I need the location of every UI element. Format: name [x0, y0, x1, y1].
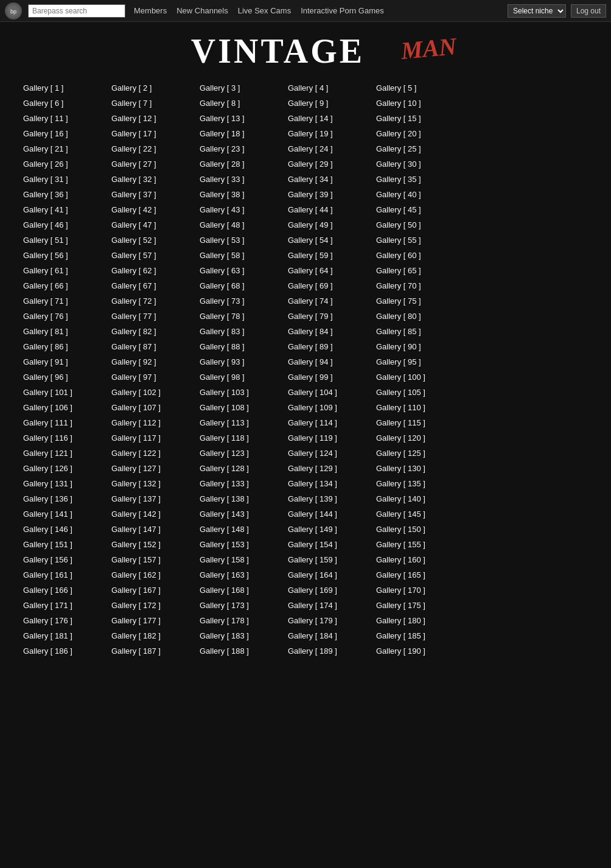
gallery-link[interactable]: Gallery [ 99 ] — [283, 370, 371, 384]
gallery-link[interactable]: Gallery [ 152 ] — [106, 537, 195, 551]
gallery-link[interactable]: Gallery [ 182 ] — [106, 629, 195, 643]
gallery-link[interactable]: Gallery [ 19 ] — [283, 127, 371, 141]
gallery-link[interactable]: Gallery [ 157 ] — [106, 553, 195, 567]
gallery-link[interactable]: Gallery [ 78 ] — [195, 309, 283, 323]
gallery-link[interactable]: Gallery [ 183 ] — [195, 629, 283, 643]
gallery-link[interactable]: Gallery [ 69 ] — [283, 279, 371, 293]
gallery-link[interactable]: Gallery [ 47 ] — [106, 218, 195, 232]
gallery-link[interactable]: Gallery [ 14 ] — [283, 111, 371, 125]
gallery-link[interactable]: Gallery [ 120 ] — [371, 431, 432, 445]
members-link[interactable]: Members — [134, 6, 167, 15]
gallery-link[interactable]: Gallery [ 107 ] — [106, 401, 195, 415]
gallery-link[interactable]: Gallery [ 93 ] — [195, 355, 283, 369]
gallery-link[interactable]: Gallery [ 119 ] — [283, 431, 371, 445]
gallery-link[interactable]: Gallery [ 159 ] — [283, 553, 371, 567]
gallery-link[interactable]: Gallery [ 91 ] — [18, 355, 106, 369]
gallery-link[interactable]: Gallery [ 145 ] — [371, 507, 432, 521]
gallery-link[interactable]: Gallery [ 29 ] — [283, 157, 371, 171]
gallery-link[interactable]: Gallery [ 89 ] — [283, 340, 371, 354]
gallery-link[interactable]: Gallery [ 129 ] — [283, 461, 371, 475]
gallery-link[interactable]: Gallery [ 53 ] — [195, 233, 283, 247]
gallery-link[interactable]: Gallery [ 28 ] — [195, 157, 283, 171]
gallery-link[interactable]: Gallery [ 177 ] — [106, 614, 195, 628]
gallery-link[interactable]: Gallery [ 58 ] — [195, 248, 283, 262]
gallery-link[interactable]: Gallery [ 26 ] — [18, 157, 106, 171]
gallery-link[interactable]: Gallery [ 133 ] — [195, 477, 283, 491]
gallery-link[interactable]: Gallery [ 121 ] — [18, 446, 106, 460]
gallery-link[interactable]: Gallery [ 32 ] — [106, 172, 195, 186]
gallery-link[interactable]: Gallery [ 49 ] — [283, 218, 371, 232]
gallery-link[interactable]: Gallery [ 22 ] — [106, 142, 195, 156]
gallery-link[interactable]: Gallery [ 136 ] — [18, 492, 106, 506]
gallery-link[interactable]: Gallery [ 168 ] — [195, 583, 283, 597]
gallery-link[interactable]: Gallery [ 173 ] — [195, 598, 283, 612]
gallery-link[interactable]: Gallery [ 174 ] — [283, 598, 371, 612]
gallery-link[interactable]: Gallery [ 172 ] — [106, 598, 195, 612]
gallery-link[interactable]: Gallery [ 179 ] — [283, 614, 371, 628]
gallery-link[interactable]: Gallery [ 62 ] — [106, 264, 195, 278]
gallery-link[interactable]: Gallery [ 25 ] — [371, 142, 432, 156]
gallery-link[interactable]: Gallery [ 83 ] — [195, 324, 283, 338]
gallery-link[interactable]: Gallery [ 100 ] — [371, 370, 432, 384]
gallery-link[interactable]: Gallery [ 57 ] — [106, 248, 195, 262]
gallery-link[interactable]: Gallery [ 113 ] — [195, 416, 283, 430]
gallery-link[interactable]: Gallery [ 35 ] — [371, 172, 432, 186]
gallery-link[interactable]: Gallery [ 181 ] — [18, 629, 106, 643]
gallery-link[interactable]: Gallery [ 144 ] — [283, 507, 371, 521]
gallery-link[interactable]: Gallery [ 108 ] — [195, 401, 283, 415]
gallery-link[interactable]: Gallery [ 44 ] — [283, 203, 371, 217]
gallery-link[interactable]: Gallery [ 21 ] — [18, 142, 106, 156]
gallery-link[interactable]: Gallery [ 117 ] — [106, 431, 195, 445]
gallery-link[interactable]: Gallery [ 82 ] — [106, 324, 195, 338]
gallery-link[interactable]: Gallery [ 143 ] — [195, 507, 283, 521]
logout-button[interactable]: Log out — [571, 4, 606, 18]
gallery-link[interactable]: Gallery [ 104 ] — [283, 385, 371, 399]
gallery-link[interactable]: Gallery [ 77 ] — [106, 309, 195, 323]
gallery-link[interactable]: Gallery [ 11 ] — [18, 111, 106, 125]
gallery-link[interactable]: Gallery [ 166 ] — [18, 583, 106, 597]
gallery-link[interactable]: Gallery [ 147 ] — [106, 522, 195, 536]
gallery-link[interactable]: Gallery [ 106 ] — [18, 401, 106, 415]
gallery-link[interactable]: Gallery [ 71 ] — [18, 294, 106, 308]
gallery-link[interactable]: Gallery [ 165 ] — [371, 568, 432, 582]
gallery-link[interactable]: Gallery [ 73 ] — [195, 294, 283, 308]
gallery-link[interactable]: Gallery [ 84 ] — [283, 324, 371, 338]
gallery-link[interactable]: Gallery [ 116 ] — [18, 431, 106, 445]
gallery-link[interactable]: Gallery [ 95 ] — [371, 355, 432, 369]
gallery-link[interactable]: Gallery [ 122 ] — [106, 446, 195, 460]
gallery-link[interactable]: Gallery [ 92 ] — [106, 355, 195, 369]
gallery-link[interactable]: Gallery [ 139 ] — [283, 492, 371, 506]
gallery-link[interactable]: Gallery [ 66 ] — [18, 279, 106, 293]
gallery-link[interactable]: Gallery [ 9 ] — [283, 96, 371, 110]
gallery-link[interactable]: Gallery [ 30 ] — [371, 157, 432, 171]
gallery-link[interactable]: Gallery [ 12 ] — [106, 111, 195, 125]
gallery-link[interactable]: Gallery [ 85 ] — [371, 324, 432, 338]
gallery-link[interactable]: Gallery [ 171 ] — [18, 598, 106, 612]
gallery-link[interactable]: Gallery [ 167 ] — [106, 583, 195, 597]
gallery-link[interactable]: Gallery [ 161 ] — [18, 568, 106, 582]
niche-select[interactable]: Select niche — [508, 4, 566, 18]
gallery-link[interactable]: Gallery [ 105 ] — [371, 385, 432, 399]
gallery-link[interactable]: Gallery [ 169 ] — [283, 583, 371, 597]
gallery-link[interactable]: Gallery [ 127 ] — [106, 461, 195, 475]
gallery-link[interactable]: Gallery [ 51 ] — [18, 233, 106, 247]
gallery-link[interactable]: Gallery [ 175 ] — [371, 598, 432, 612]
gallery-link[interactable]: Gallery [ 148 ] — [195, 522, 283, 536]
gallery-link[interactable]: Gallery [ 52 ] — [106, 233, 195, 247]
gallery-link[interactable]: Gallery [ 109 ] — [283, 401, 371, 415]
gallery-link[interactable]: Gallery [ 27 ] — [106, 157, 195, 171]
gallery-link[interactable]: Gallery [ 114 ] — [283, 416, 371, 430]
live-sex-cams-link[interactable]: Live Sex Cams — [238, 6, 291, 15]
gallery-link[interactable]: Gallery [ 134 ] — [283, 477, 371, 491]
gallery-link[interactable]: Gallery [ 102 ] — [106, 385, 195, 399]
gallery-link[interactable]: Gallery [ 86 ] — [18, 340, 106, 354]
gallery-link[interactable]: Gallery [ 36 ] — [18, 187, 106, 201]
gallery-link[interactable]: Gallery [ 41 ] — [18, 203, 106, 217]
gallery-link[interactable]: Gallery [ 87 ] — [106, 340, 195, 354]
gallery-link[interactable]: Gallery [ 72 ] — [106, 294, 195, 308]
gallery-link[interactable]: Gallery [ 160 ] — [371, 553, 432, 567]
gallery-link[interactable]: Gallery [ 5 ] — [371, 81, 432, 95]
gallery-link[interactable]: Gallery [ 155 ] — [371, 537, 432, 551]
gallery-link[interactable]: Gallery [ 112 ] — [106, 416, 195, 430]
gallery-link[interactable]: Gallery [ 43 ] — [195, 203, 283, 217]
